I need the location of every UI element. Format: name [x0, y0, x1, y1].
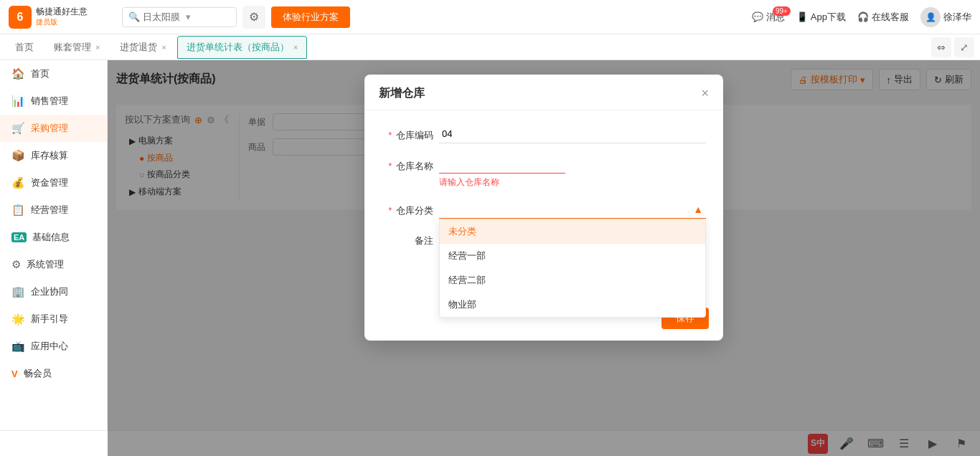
modal-header: 新增仓库 ×: [364, 75, 723, 110]
tab-purchase-return-close[interactable]: ×: [161, 43, 166, 52]
remark-label: 备注: [382, 230, 433, 247]
system-icon: ⚙: [11, 258, 21, 271]
category-arrow-icon[interactable]: ▲: [693, 204, 703, 215]
sidebar-label-newbie: 新手引导: [31, 313, 68, 326]
sidebar: 🏠 首页 📊 销售管理 🛒 采购管理 📦 库存核算 💰 资金管理 📋 经营管理 …: [0, 60, 108, 456]
dropdown-item-property-label: 物业部: [448, 299, 476, 310]
sidebar-item-inventory[interactable]: 📦 库存核算: [0, 142, 107, 169]
add-warehouse-modal: 新增仓库 × * 仓库编码: [364, 75, 723, 341]
form-row-name: * 仓库名称 请输入仓库名称: [382, 155, 706, 189]
form-row-category: * 仓库分类 ▲ 未分类 经: [382, 200, 706, 219]
search-text: 日太阳膜: [143, 11, 180, 24]
home-icon: 🏠: [11, 67, 25, 80]
dropdown-item-dept2-label: 经营二部: [448, 275, 486, 285]
modal-overlay: 新增仓库 × * 仓库编码: [108, 60, 980, 456]
category-label-text: 仓库分类: [396, 205, 433, 216]
online-service-label: 在线客服: [872, 11, 909, 24]
logo-title: 畅捷通好生意: [36, 6, 88, 18]
header-search[interactable]: 🔍 日太阳膜 ▾: [122, 7, 237, 27]
category-dropdown: 未分类 经营一部 经营二部 物业部: [439, 219, 706, 318]
headset-icon: 🎧: [857, 11, 869, 22]
tab-purchase-stat-close[interactable]: ×: [293, 43, 298, 52]
code-label: * 仓库编码: [382, 125, 433, 142]
tab-home[interactable]: 首页: [6, 36, 43, 59]
sidebar-label-vip: 畅会员: [24, 367, 52, 380]
code-input[interactable]: [439, 125, 706, 143]
tab-collapse-btn[interactable]: ⇔: [931, 37, 951, 57]
content-area: 进货单统计(按商品) 🖨 按模板打印 ▾ ↑ 导出 ↻ 刷新: [108, 60, 980, 456]
tab-purchase-stat-label: 进货单统计表（按商品）: [187, 41, 289, 54]
tab-bar: 首页 账套管理 × 进货退货 × 进货单统计表（按商品） × ⇔ ⤢: [0, 34, 980, 60]
user-item[interactable]: 👤 徐泽华: [920, 7, 971, 27]
sidebar-item-appcenter[interactable]: 📺 应用中心: [0, 333, 107, 360]
sidebar-item-newbie[interactable]: 🌟 新手引导: [0, 305, 107, 333]
sidebar-item-home[interactable]: 🏠 首页: [0, 60, 107, 87]
dropdown-item-dept2[interactable]: 经营二部: [440, 268, 705, 293]
name-label-text: 仓库名称: [396, 161, 433, 171]
chevron-down-icon: ▾: [186, 11, 191, 22]
avatar: 👤: [920, 7, 941, 27]
messages-item[interactable]: 💬 消息 99+: [752, 11, 785, 24]
sidebar-label-appcenter: 应用中心: [31, 340, 68, 353]
gear-icon[interactable]: ⚙: [242, 6, 265, 29]
category-input[interactable]: [439, 200, 706, 219]
sidebar-label-purchase: 采购管理: [31, 122, 68, 135]
online-service-item[interactable]: 🎧 在线客服: [857, 11, 909, 24]
dropdown-item-dept1-label: 经营一部: [448, 250, 486, 261]
category-label: * 仓库分类: [382, 200, 433, 217]
sidebar-label-basic: 基础信息: [32, 231, 70, 244]
app-download-label: App下载: [811, 11, 846, 24]
dropdown-item-property[interactable]: 物业部: [440, 293, 705, 317]
vip-icon: V: [11, 369, 18, 379]
tab-purchase-return[interactable]: 进货退货 ×: [110, 36, 175, 59]
tab-purchase-return-label: 进货退货: [120, 41, 157, 54]
username: 徐泽华: [943, 11, 971, 24]
app-download-item[interactable]: 📱 App下载: [796, 11, 846, 24]
code-label-text: 仓库编码: [396, 130, 433, 141]
logo-icon: 6: [9, 6, 32, 29]
main-layout: 🏠 首页 📊 销售管理 🛒 采购管理 📦 库存核算 💰 资金管理 📋 经营管理 …: [0, 60, 980, 456]
sidebar-item-sales[interactable]: 📊 销售管理: [0, 87, 107, 115]
tab-purchase-stat[interactable]: 进货单统计表（按商品） ×: [177, 36, 307, 59]
sidebar-item-enterprise[interactable]: 🏢 企业协同: [0, 278, 107, 305]
sidebar-item-purchase[interactable]: 🛒 采购管理: [0, 115, 107, 142]
logo-area: 6 畅捷通好生意 捷员版: [9, 6, 116, 29]
message-icon: 💬: [752, 11, 763, 22]
sidebar-label-inventory: 库存核算: [31, 149, 68, 162]
sidebar-item-basic[interactable]: EA 基础信息: [0, 224, 107, 251]
sidebar-label-system: 系统管理: [27, 258, 64, 271]
sidebar-label-home: 首页: [31, 67, 50, 80]
enterprise-icon: 🏢: [11, 285, 25, 298]
modal-body: * 仓库编码 * 仓库名称: [364, 110, 723, 299]
operations-icon: 📋: [11, 204, 25, 217]
sidebar-item-system[interactable]: ⚙ 系统管理: [0, 251, 107, 278]
sidebar-item-operations[interactable]: 📋 经营管理: [0, 196, 107, 224]
trial-button[interactable]: 体验行业方案: [271, 6, 350, 28]
appcenter-icon: 📺: [11, 340, 25, 353]
tab-expand-btn[interactable]: ⤢: [954, 37, 974, 57]
header-right: 💬 消息 99+ 📱 App下载 🎧 在线客服 👤 徐泽华: [752, 7, 971, 27]
modal-close-button[interactable]: ×: [701, 86, 709, 101]
tab-account[interactable]: 账套管理 ×: [44, 36, 109, 59]
dropdown-item-unclassified[interactable]: 未分类: [440, 219, 705, 244]
name-error-text: 请输入仓库名称: [439, 177, 499, 187]
name-input[interactable]: [439, 155, 565, 174]
newbie-icon: 🌟: [11, 313, 25, 326]
sidebar-item-vip[interactable]: V 畅会员: [0, 360, 107, 387]
sidebar-label-sales: 销售管理: [31, 95, 68, 108]
category-input-wrap: ▲ 未分类 经营一部 经营二部: [439, 200, 706, 219]
dropdown-item-dept1[interactable]: 经营一部: [440, 244, 705, 268]
messages-badge: 99+: [773, 6, 791, 16]
sidebar-label-operations: 经营管理: [31, 204, 68, 217]
tab-account-close[interactable]: ×: [95, 43, 100, 52]
basic-icon: EA: [11, 232, 27, 242]
sidebar-label-enterprise: 企业协同: [31, 285, 68, 298]
tab-home-label: 首页: [15, 41, 34, 54]
inventory-icon: 📦: [11, 149, 25, 162]
name-label: * 仓库名称: [382, 156, 433, 173]
logo-sub: 捷员版: [36, 17, 88, 27]
purchase-icon: 🛒: [11, 122, 25, 135]
phone-icon: 📱: [796, 11, 808, 22]
sidebar-item-finance[interactable]: 💰 资金管理: [0, 169, 107, 196]
tab-account-label: 账套管理: [54, 41, 91, 54]
